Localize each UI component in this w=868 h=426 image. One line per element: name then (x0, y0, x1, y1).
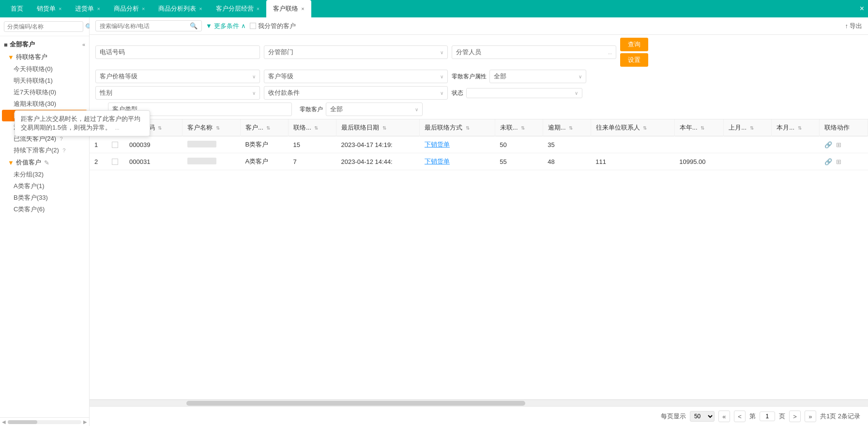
contacts-sort-icon[interactable]: ⇅ (643, 125, 647, 131)
sustained-down-help-icon[interactable]: ? (62, 147, 65, 153)
row-contacts: 111 (591, 153, 674, 170)
row-checkbox[interactable] (112, 159, 118, 165)
nav-sales-order[interactable]: 销货单 × (30, 0, 68, 17)
tooltip-more-icon[interactable]: ... (115, 125, 119, 131)
scrollbar-thumb[interactable] (186, 401, 525, 406)
close-purchase-order-icon[interactable]: × (97, 6, 100, 12)
retail-attr-field[interactable]: 全部 ∨ (489, 70, 586, 83)
value-customers-edit-icon[interactable]: ✎ (44, 159, 49, 166)
horizontal-scrollbar[interactable] (90, 399, 868, 406)
sidebar-tomorrow[interactable]: 明天待联络(1) (0, 75, 89, 87)
row-last-method: 下销货单 (420, 153, 495, 170)
page-size-select[interactable]: 50 20 100 (690, 411, 715, 422)
last-method-link[interactable]: 下销货单 (425, 141, 450, 148)
uncontacted-sort-icon[interactable]: ⇅ (521, 125, 525, 131)
close-customer-tiering-icon[interactable]: × (257, 6, 259, 12)
price-level-field[interactable]: 客户价格等级 ∨ (95, 70, 260, 83)
this-month-sort-icon[interactable]: ⇅ (798, 125, 802, 131)
link-icon[interactable]: 🔗 (824, 158, 832, 165)
page-input[interactable] (760, 411, 775, 421)
th-contacts: 往来单位联系人 ⇅ (591, 119, 674, 136)
more-conditions-button[interactable]: ▼ 更多条件 ∧ (206, 22, 246, 30)
sidebar-today[interactable]: 今天待联络(0) (0, 63, 89, 75)
prev-page-button[interactable]: < (734, 411, 746, 422)
department-field[interactable]: 分管部门 ∨ (264, 45, 448, 59)
manager-field[interactable]: 分管人员 ... (452, 45, 616, 59)
status-chevron-icon: ∨ (575, 90, 578, 96)
th-action: 联络动作 (820, 119, 868, 136)
row-last-date: 2023-04-17 14:19: (336, 136, 420, 153)
class-sort-icon[interactable]: ⇅ (266, 125, 270, 131)
gender-field[interactable]: 性别 ∨ (95, 86, 260, 100)
row-name-blurred (187, 141, 216, 147)
sidebar-sustained-down[interactable]: 持续下滑客户(2) ? (0, 145, 89, 156)
phone-field[interactable]: 电话号码 (95, 45, 260, 59)
row-checkbox[interactable] (112, 142, 118, 148)
nav-purchase-order[interactable]: 进货单 × (68, 0, 107, 17)
nav-customer-tiering[interactable]: 客户分层经营 × (209, 0, 266, 17)
setup-button[interactable]: 设置 (620, 53, 648, 67)
row-class: A类客户 (240, 153, 288, 170)
sidebar-class-b[interactable]: B类客户(33) (0, 192, 89, 204)
sidebar-overdue[interactable]: 逾期未联络(30) (0, 98, 89, 110)
gender-chevron-icon: ∨ (252, 90, 256, 96)
close-product-analysis-icon[interactable]: × (142, 6, 145, 12)
th-last-month: 上月... ⇅ (724, 119, 772, 136)
sidebar-class-c[interactable]: C类客户(6) (0, 204, 89, 215)
sidebar-unclassified[interactable]: 未分组(32) (0, 169, 89, 180)
nav-product-analysis-list[interactable]: 商品分析列表 × (152, 0, 209, 17)
sidebar-all-customers[interactable]: ■ 全部客户 « (0, 38, 89, 51)
last-date-sort-icon[interactable]: ⇅ (382, 125, 386, 131)
grid-icon[interactable]: ⊞ (836, 141, 841, 148)
manager-more-icon[interactable]: ... (608, 50, 612, 55)
status-field[interactable]: ∨ (466, 88, 582, 98)
row-overdue: 35 (543, 136, 591, 153)
sidebar-pending-contact[interactable]: ▼ 待联络客户 (0, 51, 89, 63)
name-sort-icon[interactable]: ⇅ (216, 125, 220, 131)
nav-customer-contact[interactable]: 客户联络 × (266, 0, 311, 17)
query-button[interactable]: 查询 (620, 38, 648, 51)
search-input[interactable] (100, 23, 190, 29)
window-close-button[interactable]: × (860, 4, 864, 13)
retail-customer-field[interactable]: 全部 ∨ (326, 103, 423, 116)
row-name (183, 153, 241, 170)
code-sort-icon[interactable]: ⇅ (158, 125, 162, 131)
row-code: 000031 (124, 153, 183, 170)
sidebar-value-customers[interactable]: ▼ 价值客户 ✎ (0, 156, 89, 169)
sidebar-tree: ■ 全部客户 « ▼ 待联络客户 今天待联络(0) 明天待联络(1) 近7天待联… (0, 36, 89, 417)
sidebar-collapse-icon[interactable]: « (82, 42, 85, 47)
table-header-row: ⚙ 客户编码 ⇅ 客户名称 ⇅ (90, 119, 868, 136)
sidebar-class-a[interactable]: A类客户(1) (0, 180, 89, 192)
grid-icon[interactable]: ⊞ (836, 158, 841, 165)
close-sales-order-icon[interactable]: × (59, 6, 61, 12)
last-page-button[interactable]: » (805, 411, 816, 422)
close-product-analysis-list-icon[interactable]: × (199, 6, 202, 12)
th-this-month: 本月... ⇅ (772, 119, 820, 136)
search-icon[interactable]: 🔍 (190, 22, 198, 29)
data-table-area: ⚙ 客户编码 ⇅ 客户名称 ⇅ (90, 119, 868, 399)
this-year-sort-icon[interactable]: ⇅ (700, 125, 704, 131)
already-lost-help-icon[interactable]: ? (60, 136, 62, 142)
table-row: 2 000031 A类客户 7 2023-04-12 14:44: 下销货单 5… (90, 153, 868, 170)
nav-home[interactable]: 首页 (4, 0, 30, 17)
overdue-sort-icon[interactable]: ⇅ (569, 125, 573, 131)
link-icon[interactable]: 🔗 (824, 141, 832, 148)
nav-product-analysis[interactable]: 商品分析 × (107, 0, 152, 17)
last-method-link[interactable]: 下销货单 (425, 158, 450, 165)
sidebar-search-input[interactable] (4, 21, 83, 32)
my-customers-checkbox-area: 我分管的客户 (250, 22, 296, 30)
sidebar-search-bar: 🔍 (0, 17, 89, 36)
last-month-sort-icon[interactable]: ⇅ (750, 125, 754, 131)
table-row: 1 000039 B类客户 15 2023-04-17 14:19: 下销货单 … (90, 136, 868, 153)
contact-count-sort-icon[interactable]: ⇅ (314, 125, 318, 131)
close-customer-contact-icon[interactable]: × (301, 6, 304, 12)
payment-field[interactable]: 收付款条件 ∨ (264, 86, 448, 100)
export-button[interactable]: ↑ 导出 (845, 22, 863, 30)
customer-level-field[interactable]: 客户等级 ∨ (264, 70, 448, 83)
sidebar-near7days[interactable]: 近7天待联络(0) (0, 87, 89, 98)
next-page-button[interactable]: > (789, 411, 801, 422)
first-page-button[interactable]: « (718, 411, 730, 422)
last-method-sort-icon[interactable]: ⇅ (466, 125, 470, 131)
my-customers-checkbox[interactable] (250, 23, 256, 29)
th-uncontacted: 未联... ⇅ (495, 119, 543, 136)
